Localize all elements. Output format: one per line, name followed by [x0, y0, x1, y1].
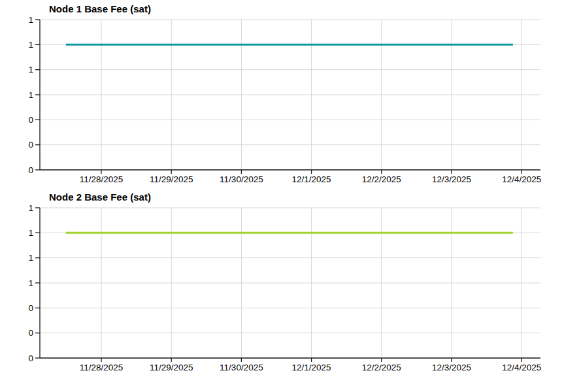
svg-text:11/29/2025: 11/29/2025 [150, 174, 193, 184]
svg-text:12/1/2025: 12/1/2025 [292, 174, 331, 184]
svg-text:1: 1 [28, 40, 33, 50]
chart-node-2-base-fee: Node 2 Base Fee (sat) 111100011/28/20251… [0, 188, 562, 376]
dashboard-canvas: Node 1 Base Fee (sat) 111100011/28/20251… [0, 0, 562, 392]
svg-text:1: 1 [28, 90, 33, 100]
svg-text:0: 0 [28, 165, 33, 175]
svg-text:12/2/2025: 12/2/2025 [362, 363, 401, 372]
svg-text:0: 0 [28, 353, 33, 363]
svg-text:0: 0 [28, 115, 33, 125]
svg-text:11/30/2025: 11/30/2025 [220, 363, 263, 372]
svg-text:1: 1 [28, 253, 33, 263]
svg-text:12/3/2025: 12/3/2025 [432, 174, 471, 184]
svg-text:12/1/2025: 12/1/2025 [292, 363, 331, 372]
svg-text:12/4/2025: 12/4/2025 [502, 174, 541, 184]
svg-text:1: 1 [28, 203, 33, 213]
svg-text:0: 0 [28, 328, 33, 338]
svg-text:11/28/2025: 11/28/2025 [80, 363, 124, 372]
svg-text:12/3/2025: 12/3/2025 [432, 363, 471, 372]
chart-node-1-base-fee: Node 1 Base Fee (sat) 111100011/28/20251… [0, 0, 562, 188]
svg-text:11/28/2025: 11/28/2025 [80, 174, 124, 184]
svg-text:12/4/2025: 12/4/2025 [502, 363, 541, 372]
svg-text:0: 0 [28, 303, 33, 313]
svg-text:1: 1 [28, 228, 33, 238]
svg-text:11/30/2025: 11/30/2025 [220, 174, 263, 184]
svg-text:1: 1 [28, 278, 33, 288]
svg-text:0: 0 [28, 140, 33, 150]
svg-text:1: 1 [28, 15, 33, 25]
svg-text:11/29/2025: 11/29/2025 [150, 363, 193, 372]
plot-area: 111100011/28/202511/29/202511/30/202512/… [0, 0, 562, 188]
svg-text:1: 1 [28, 65, 33, 74]
svg-text:12/2/2025: 12/2/2025 [362, 174, 401, 184]
plot-area: 111100011/28/202511/29/202511/30/202512/… [0, 188, 562, 376]
